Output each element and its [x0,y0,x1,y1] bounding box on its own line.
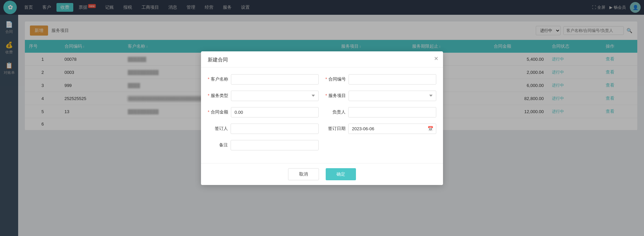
form-group-responsible: 负责人 [325,107,436,117]
service-type-select[interactable] [231,91,319,101]
amount-label: 合同金额 [208,109,228,115]
contract-no-input[interactable] [349,74,436,85]
cancel-button[interactable]: 取消 [288,168,319,180]
form-group-customer: 客户名称 [208,74,319,85]
form-group-service-type: 服务类型 [208,91,319,101]
service-item-select[interactable] [349,91,436,101]
form-group-amount: 合同金额 [208,107,319,117]
confirm-button[interactable]: 确定 [326,168,356,180]
date-picker-wrapper: 📅 [348,124,436,134]
form-group-contract-no: 合同编号 [325,74,436,85]
responsible-label: 负责人 [325,109,346,115]
sign-date-input[interactable] [349,124,425,134]
form-group-remark: 备注 [208,140,319,150]
responsible-input[interactable] [348,107,436,117]
customer-name-input[interactable] [231,74,319,85]
signer-input[interactable] [231,124,319,134]
amount-input[interactable] [231,107,319,117]
form-row-1: 客户名称 合同编号 [208,74,436,85]
service-item-label: 服务项目 [325,93,346,99]
calendar-icon[interactable]: 📅 [425,126,436,131]
modal-overlay[interactable]: 新建合同 ✕ 客户名称 合同编号 服务类型 [0,0,644,236]
form-row-4: 签订人 签订日期 📅 [208,124,436,134]
remark-input[interactable] [231,140,319,150]
signer-label: 签订人 [208,126,228,132]
modal-title: 新建合同 [201,51,443,67]
form-row-2: 服务类型 服务项目 [208,91,436,101]
service-type-label: 服务类型 [208,93,228,99]
form-row-5: 备注 [208,140,436,150]
modal-close-button[interactable]: ✕ [434,55,438,62]
modal-footer: 取消 确定 [201,163,443,185]
remark-label: 备注 [208,142,228,148]
modal-body: 客户名称 合同编号 服务类型 服务项目 [201,67,443,163]
new-contract-modal: 新建合同 ✕ 客户名称 合同编号 服务类型 [201,51,443,185]
form-group-service-item: 服务项目 [325,91,436,101]
form-group-signer: 签订人 [208,124,319,134]
customer-name-label: 客户名称 [208,76,228,82]
contract-no-label: 合同编号 [325,76,346,82]
form-row-3: 合同金额 负责人 [208,107,436,117]
form-group-sign-date: 签订日期 📅 [325,124,436,134]
sign-date-label: 签订日期 [325,126,346,132]
